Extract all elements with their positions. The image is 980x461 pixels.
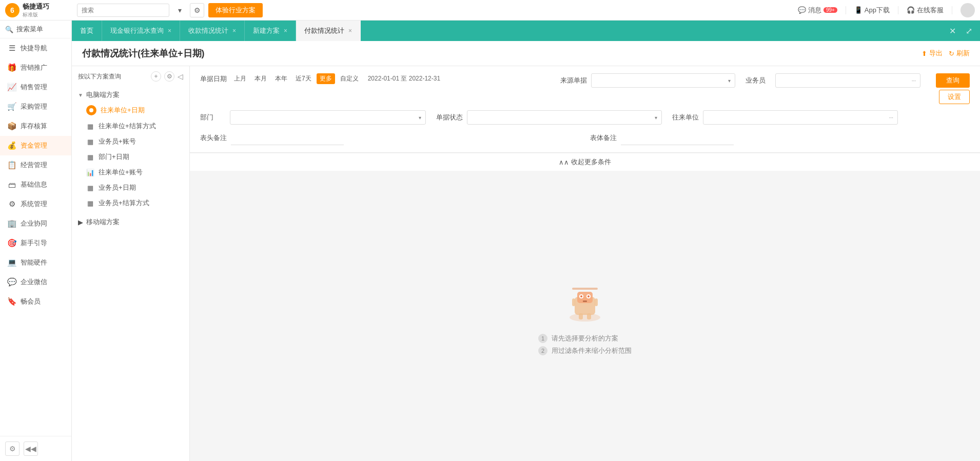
sidebar-settings-btn[interactable]: ⚙ — [5, 442, 19, 456]
partner-select[interactable]: ··· — [703, 110, 898, 125]
scheme-item-salesman-date[interactable]: ▦ 业务员+日期 — [72, 180, 189, 195]
sidebar-item-enterprise[interactable]: 🏢 企业协同 — [0, 214, 71, 233]
sidebar-item-new-guide[interactable]: 🎯 新手引导 — [0, 233, 71, 253]
body-note-input[interactable] — [621, 131, 734, 145]
scheme-group-mobile-header[interactable]: ▶ 移动端方案 — [72, 215, 189, 229]
date-tab-7days[interactable]: 近7天 — [292, 73, 315, 84]
scheme-panel-collapse-btn[interactable]: ◁ — [178, 72, 183, 81]
online-service-btn[interactable]: 🎧 在线客服 — [907, 6, 944, 15]
tab-payment-stats-close[interactable]: × — [348, 27, 352, 34]
sidebar-item-sys-mgmt[interactable]: ⚙ 系统管理 — [0, 194, 71, 214]
quick-nav-label: 快捷导航 — [21, 44, 47, 53]
scheme-item-partner-account[interactable]: 📊 往来单位+账号 — [72, 165, 189, 180]
header-gear-btn[interactable]: ⚙ — [190, 3, 204, 17]
mobile-group-label: 移动端方案 — [86, 217, 120, 227]
scheme-item-salesman-settlement[interactable]: ▦ 业务员+结算方式 — [72, 195, 189, 211]
header-note-input[interactable] — [231, 131, 344, 145]
tab-expand-btn[interactable]: ⤢ — [963, 25, 975, 37]
date-tabs: 上月 本月 本年 近7天 更多 自定义 — [231, 73, 362, 84]
date-tab-more[interactable]: 更多 — [317, 73, 335, 84]
tab-bank-flow-close[interactable]: × — [168, 27, 171, 34]
tab-new-scheme-close[interactable]: × — [284, 27, 287, 34]
active-scheme-dot-inner — [89, 108, 93, 112]
marketing-icon: 🎁 — [7, 63, 16, 72]
scheme-group-desktop-header[interactable]: ▼ 电脑端方案 — [72, 88, 189, 102]
date-tab-this-year[interactable]: 本年 — [272, 73, 290, 84]
doc-status-label: 单据状态 — [436, 113, 463, 122]
sys-mgmt-label: 系统管理 — [21, 199, 47, 209]
sidebar-item-funds[interactable]: 💰 资金管理 — [0, 136, 71, 155]
sidebar-item-operations[interactable]: 📋 经营管理 — [0, 155, 71, 175]
date-tab-last-month[interactable]: 上月 — [231, 73, 249, 84]
tab-close-all-btn[interactable]: ✕ — [946, 25, 958, 37]
scheme-settings-btn[interactable]: ⚙ — [164, 71, 174, 82]
tab-payment-stats-label: 付款情况统计 — [304, 26, 344, 35]
sidebar-search[interactable]: 🔍 搜索菜单 — [0, 21, 71, 38]
tab-bank-flow[interactable]: 现金银行流水查询 × — [102, 21, 180, 41]
refresh-btn[interactable]: ↻ 刷新 — [949, 49, 970, 58]
export-btn[interactable]: ⬆ 导出 — [922, 49, 943, 58]
scheme-item-dept-date[interactable]: ▦ 部门+日期 — [72, 149, 189, 165]
header-dropdown-btn[interactable]: ▾ — [173, 4, 186, 16]
user-avatar[interactable] — [961, 3, 975, 17]
sidebar-item-inventory[interactable]: 📦 库存核算 — [0, 116, 71, 136]
empty-hints: 1 请先选择要分析的方案 2 用过滤条件来缩小分析范围 — [538, 334, 632, 355]
scheme-item-partner-date[interactable]: 往来单位+日期 — [72, 102, 189, 118]
collapse-arrow-up: ∧∧ — [559, 158, 569, 166]
query-btn[interactable]: 查询 — [936, 73, 970, 88]
doc-status-select[interactable]: ▾ — [467, 110, 662, 125]
header-search-input[interactable] — [77, 4, 169, 17]
add-scheme-btn[interactable]: + — [151, 71, 161, 82]
date-tab-custom[interactable]: 自定义 — [337, 73, 362, 84]
filter-layout: 按以下方案查询 + ⚙ ◁ ▼ 电脑端方案 — [72, 66, 980, 461]
filter-field-partner: 往来单位 ··· — [672, 110, 898, 125]
partner-select-arrow: ··· — [889, 115, 893, 121]
sidebar: 🔍 搜索菜单 ☰ 快捷导航 🎁 营销推广 📈 销售管理 🛒 采购管理 📦 库存核… — [0, 21, 72, 461]
filter-row-2: 部门 ▾ 单据状态 ▾ — [200, 110, 970, 125]
filter-setting-btn[interactable]: 设置 — [939, 90, 970, 104]
sidebar-item-quick-nav[interactable]: ☰ 快捷导航 — [0, 38, 71, 58]
scheme-item-salesman-account[interactable]: ▦ 业务员+账号 — [72, 134, 189, 149]
filter-row-3: 表头备注 表体备注 — [200, 131, 970, 145]
sidebar-item-member[interactable]: 🔖 畅会员 — [0, 292, 71, 311]
scheme-item-partner-account-label: 往来单位+账号 — [99, 168, 143, 177]
tab-new-scheme[interactable]: 新建方案 × — [245, 21, 296, 41]
tab-bar: 首页 现金银行流水查询 × 收款情况统计 × 新建方案 × 付款情况统计 × ✕… — [72, 21, 980, 41]
tab-home[interactable]: 首页 — [72, 21, 102, 41]
sidebar-item-smart-hw[interactable]: 💻 智能硬件 — [0, 253, 71, 272]
filter-field-doc-status: 单据状态 ▾ — [436, 110, 662, 125]
sidebar-item-sales[interactable]: 📈 销售管理 — [0, 77, 71, 97]
scheme-header: 按以下方案查询 + ⚙ ◁ — [72, 71, 189, 86]
body-note-label: 表体备注 — [590, 133, 617, 143]
sidebar-item-purchase[interactable]: 🛒 采购管理 — [0, 97, 71, 116]
svg-rect-7 — [583, 300, 587, 302]
filter-field-date: 单据日期 上月 本月 本年 近7天 更多 自定义 2022-01-01 至 20… — [200, 73, 550, 84]
tab-payment-stats[interactable]: 付款情况统计 × — [296, 21, 361, 41]
dept-select[interactable]: ▾ — [230, 110, 426, 125]
tab-receipt-stats[interactable]: 收款情况统计 × — [180, 21, 245, 41]
messages-btn[interactable]: 💬 消息 99+ — [798, 6, 837, 15]
date-tab-this-month[interactable]: 本月 — [251, 73, 270, 84]
hint-num-1: 1 — [538, 334, 547, 343]
chart-icon-1: 📊 — [86, 168, 94, 176]
app-download-btn[interactable]: 📱 App下载 — [854, 6, 890, 15]
scheme-header-actions: + ⚙ ◁ — [151, 71, 183, 82]
app-subtitle: 标准版 — [23, 11, 49, 18]
header-middle: ▾ ⚙ 体验行业方案 — [77, 3, 798, 17]
page-header: 付款情况统计(往来单位+日期) ⬆ 导出 ↻ 刷新 — [72, 41, 980, 66]
salesman-select[interactable]: ··· — [775, 73, 920, 88]
tab-receipt-stats-close[interactable]: × — [232, 27, 236, 34]
scheme-item-partner-settlement[interactable]: ▦ 往来单位+结算方式 — [72, 118, 189, 134]
sidebar-item-basic-info[interactable]: 🗃 基础信息 — [0, 175, 71, 194]
sidebar-collapse-btn[interactable]: ◀◀ — [24, 442, 38, 456]
sidebar-item-marketing[interactable]: 🎁 营销推广 — [0, 58, 71, 77]
scheme-header-title: 按以下方案查询 — [78, 72, 121, 81]
table-icon-4: ▦ — [86, 184, 94, 192]
hint-text-1: 请先选择要分析的方案 — [552, 334, 618, 343]
sidebar-item-enterprise-wechat[interactable]: 💬 企业微信 — [0, 272, 71, 292]
quick-nav-icon: ☰ — [7, 44, 16, 53]
empty-illustration — [559, 276, 611, 328]
collapse-more-bar[interactable]: ∧∧ 收起更多条件 — [190, 153, 980, 171]
try-industry-btn[interactable]: 体验行业方案 — [208, 3, 263, 17]
source-select[interactable]: ▾ — [591, 73, 735, 88]
